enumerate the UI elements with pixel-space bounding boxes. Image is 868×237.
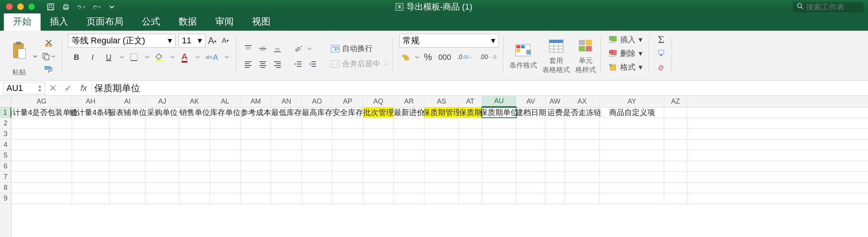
cell[interactable] [545,161,565,171]
cell[interactable] [545,129,565,139]
search-input[interactable] [806,3,860,12]
cell[interactable] [363,140,394,150]
cell[interactable] [394,118,424,128]
col-header-AG[interactable]: AG [11,96,72,107]
cell[interactable] [179,161,210,171]
col-header-AX[interactable]: AX [565,96,600,107]
cell[interactable] [241,118,271,128]
conditional-format-button[interactable]: 条件格式 [509,43,537,70]
cell[interactable] [565,129,600,139]
currency-dropdown-icon[interactable] [415,55,419,59]
cell[interactable] [72,150,110,161]
align-top-button[interactable] [242,43,254,54]
cell[interactable] [332,183,363,193]
border-button[interactable] [128,51,140,63]
fx-icon[interactable]: fx [80,83,87,93]
redo-icon[interactable] [92,3,101,11]
row-header[interactable]: 3 [0,129,11,140]
cell[interactable] [302,161,332,171]
cell[interactable] [600,183,664,193]
format-cells-button[interactable]: 格式▾ [607,61,644,73]
tab-数据[interactable]: 数据 [169,12,206,31]
cell[interactable] [664,118,687,128]
col-header-AU[interactable]: AU [482,96,516,107]
cell[interactable]: 安全库存 [332,107,363,118]
paste-button[interactable] [8,36,30,65]
cell[interactable] [394,161,424,171]
indent-increase-button[interactable] [306,58,319,70]
cell[interactable] [210,140,241,150]
cell[interactable] [110,172,146,182]
cell[interactable]: 销售单位 [179,107,210,118]
cell[interactable] [72,140,110,150]
cell[interactable] [210,183,241,193]
tab-视图[interactable]: 视图 [243,12,280,31]
cell[interactable] [459,193,482,204]
cell[interactable] [210,118,241,128]
cell[interactable] [363,172,394,182]
minimize-icon[interactable] [17,3,24,10]
fill-color-button[interactable] [153,51,165,63]
cell[interactable] [210,150,241,161]
cell[interactable] [363,129,394,139]
fill-dropdown-icon[interactable] [170,55,175,59]
cell[interactable] [110,193,146,204]
merge-dropdown-icon[interactable] [384,62,388,66]
align-bottom-button[interactable] [271,43,283,54]
cell[interactable] [110,183,146,193]
cell[interactable] [302,172,332,182]
cell[interactable] [424,172,459,182]
cell[interactable] [110,161,146,171]
cell[interactable] [459,140,482,150]
col-header-AR[interactable]: AR [394,96,424,107]
copy-button[interactable] [40,51,57,62]
col-header-AZ[interactable]: AZ [664,96,687,107]
col-header-AM[interactable]: AM [241,96,271,107]
cell[interactable] [545,193,565,204]
clear-button[interactable] [655,61,667,73]
wrap-text-button[interactable]: 自动换行 [329,43,375,54]
cell[interactable] [565,140,600,150]
cell[interactable] [459,118,482,128]
cell[interactable] [482,183,516,193]
cell[interactable] [363,161,394,171]
name-box[interactable]: AU1 ▲▼ [3,82,45,94]
cell[interactable] [545,140,565,150]
cell[interactable]: 最高库存 [302,107,332,118]
cell[interactable] [565,118,600,128]
orientation-dropdown-icon[interactable] [307,46,312,51]
cell[interactable] [11,118,72,128]
row-header[interactable]: 6 [0,161,11,172]
cell[interactable] [424,150,459,161]
cell[interactable] [241,161,271,171]
cell[interactable] [11,161,72,171]
autosum-button[interactable]: Σ [655,34,667,45]
cell[interactable] [363,150,394,161]
row-header[interactable]: 2 [0,118,11,129]
col-header-AN[interactable]: AN [271,96,302,107]
cell[interactable] [424,193,459,204]
cell[interactable] [664,183,687,193]
cell[interactable] [545,150,565,161]
cell[interactable] [110,129,146,139]
cell[interactable] [302,118,332,128]
cell[interactable] [545,118,565,128]
cell[interactable]: 是否走冻链 [565,107,600,118]
cell[interactable] [394,129,424,139]
cell[interactable] [565,161,600,171]
font-name-select[interactable]: 等线 Regular (正文)▾ [68,34,175,48]
cell[interactable]: 库存单位 [210,107,241,118]
font-size-select[interactable]: 11▾ [179,34,205,48]
col-header-AJ[interactable]: AJ [146,96,179,107]
cell[interactable] [565,183,600,193]
cell[interactable] [146,129,179,139]
cell[interactable] [210,161,241,171]
cell[interactable] [271,193,302,204]
cell[interactable] [664,172,687,182]
cell[interactable] [516,193,545,204]
row-header[interactable]: 4 [0,140,11,150]
cell[interactable] [482,172,516,182]
cell[interactable]: 运费 [545,107,565,118]
cell[interactable] [72,172,110,182]
cell[interactable] [210,172,241,182]
